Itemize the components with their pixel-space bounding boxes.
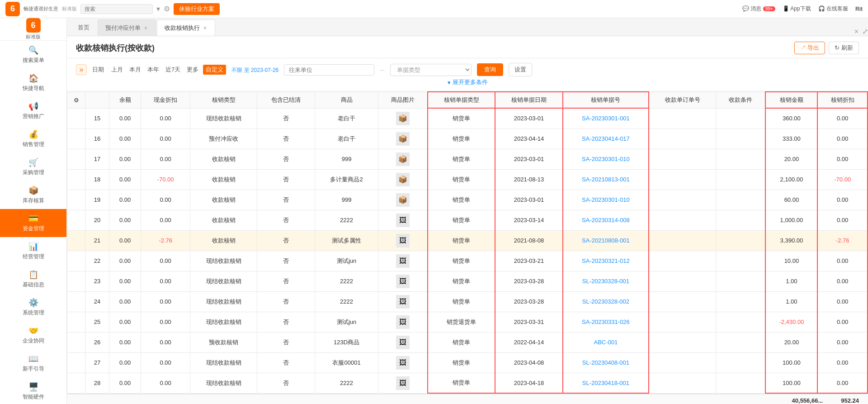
row-seq: 26 xyxy=(85,332,109,352)
doc-no-link[interactable]: SL-20230418-001 xyxy=(582,380,629,386)
query-button[interactable]: 查询 xyxy=(477,63,503,76)
row-doc-no[interactable]: ABC-001 xyxy=(563,332,649,352)
sidebar-item-search[interactable]: 🔍 搜索菜单 xyxy=(0,41,66,69)
doc-no-link[interactable]: SL-20230408-001 xyxy=(582,359,629,366)
messages-link[interactable]: 💬 消息 99+ xyxy=(742,5,775,13)
sidebar-item-system[interactable]: ⚙️ 系统管理 xyxy=(0,293,66,321)
tab-home[interactable]: 首页 xyxy=(71,19,97,36)
sidebar-item-purchase[interactable]: 🛒 采购管理 xyxy=(0,153,66,181)
row-doc-no[interactable]: SA-20230314-008 xyxy=(563,210,649,230)
doc-no-link[interactable]: ABC-001 xyxy=(594,339,618,346)
doc-no-link[interactable]: SL-20230328-001 xyxy=(582,278,629,285)
row-write-off-type: 现结收款核销 xyxy=(190,373,257,393)
row-receipt-condition xyxy=(716,230,766,251)
row-write-off-amount: 333.00 xyxy=(765,128,817,149)
doc-type-select[interactable]: 单据类型 xyxy=(390,64,472,76)
row-gear xyxy=(67,210,85,230)
footer-amount-total: 40,556,66... xyxy=(792,397,823,404)
export-button[interactable]: ↗ 导出 xyxy=(794,42,826,54)
row-doc-no[interactable]: SL-20230408-001 xyxy=(563,352,649,373)
setting-button[interactable]: 设置 xyxy=(509,63,532,76)
row-doc-type: 销货退货单 xyxy=(428,312,495,332)
row-doc-no[interactable]: SA-20230321-012 xyxy=(563,251,649,271)
table-row: 26 0.00 0.00 预收款核销 否 123D商品 🖼 销货单 2022-0… xyxy=(67,332,868,352)
basic-icon: 📋 xyxy=(28,270,38,280)
row-cash-discount: 0.00 xyxy=(141,352,190,373)
row-cash-discount: 0.00 xyxy=(141,373,190,393)
row-include-settled: 否 xyxy=(257,169,315,190)
doc-no-link[interactable]: SA-20230301-010 xyxy=(582,156,630,162)
dropdown-icon[interactable]: ▾ xyxy=(156,5,160,13)
doc-no-link[interactable]: SA-20230314-008 xyxy=(582,217,630,223)
partner-input[interactable] xyxy=(284,64,374,76)
table-row: 21 0.00 -2.76 收款核销 否 测试多属性 🖼 销货单 2021-08… xyxy=(67,230,868,251)
sidebar-item-hardware[interactable]: 🖥️ 智能硬件 xyxy=(0,377,66,404)
date-last-month[interactable]: 上月 xyxy=(109,65,125,75)
row-doc-no[interactable]: SL-20230418-001 xyxy=(563,373,649,393)
sidebar-item-marketing[interactable]: 📢 营销推广 xyxy=(0,97,66,125)
row-goods: 测试jun xyxy=(315,251,378,271)
date-this-year[interactable]: 本年 xyxy=(146,65,161,75)
row-goods: 老白干 xyxy=(315,108,378,128)
date-custom[interactable]: 自定义 xyxy=(203,65,226,75)
tab-receipt-close[interactable]: × xyxy=(203,25,208,31)
table-row: 23 0.00 0.00 现结收款核销 否 2222 🖼 销货单 2023-03… xyxy=(67,271,868,291)
expand-more-button[interactable]: ▾ 展开更多条件 xyxy=(76,78,859,86)
goods-img-cell: 📦 xyxy=(378,108,428,128)
inventory-icon: 📦 xyxy=(28,185,38,195)
goods-img-cell: 🖼 xyxy=(378,352,428,373)
sidebar-item-sales[interactable]: 💰 销售管理 xyxy=(0,125,66,153)
tab-prepay[interactable]: 预付冲应付单 × xyxy=(98,19,156,36)
sidebar-item-basic[interactable]: 📋 基础信息 xyxy=(0,265,66,293)
sidebar-item-collab[interactable]: 🤝 企业协同 xyxy=(0,321,66,349)
sidebar-label-purchase: 采购管理 xyxy=(23,169,44,176)
doc-no-link[interactable]: SA-20230301-001 xyxy=(582,115,630,122)
row-doc-no[interactable]: SA-20230301-010 xyxy=(563,149,649,169)
tab-receipt[interactable]: 收款核销执行 × xyxy=(157,19,215,36)
settings-icon[interactable]: ⚙ xyxy=(164,5,170,13)
tab-bar: 首页 预付冲应付单 × 收款核销执行 × × ⤢ xyxy=(67,18,868,36)
sidebar-item-operations[interactable]: 📊 经营管理 xyxy=(0,237,66,265)
row-doc-type: 销货单 xyxy=(428,352,495,373)
sidebar-item-inventory[interactable]: 📦 库存核算 xyxy=(0,181,66,209)
row-doc-no[interactable]: SL-20230328-001 xyxy=(563,271,649,291)
row-balance: 0.00 xyxy=(109,169,141,190)
doc-no-link[interactable]: SA-20230321-012 xyxy=(582,257,630,264)
filter-collapse-button[interactable]: » xyxy=(76,64,87,75)
row-gear xyxy=(67,230,85,251)
row-doc-no[interactable]: SL-20230328-002 xyxy=(563,291,649,312)
online-service-link[interactable]: 🎧 在线客服 xyxy=(818,5,848,13)
row-write-off-discount: 0.00 xyxy=(817,210,868,230)
row-include-settled: 否 xyxy=(257,128,315,149)
doc-no-link[interactable]: SA-20230331-026 xyxy=(582,318,630,325)
sidebar-label-operations: 经营管理 xyxy=(23,253,44,261)
doc-no-link[interactable]: SA-20210808-001 xyxy=(582,237,630,244)
date-last-7days[interactable]: 近7天 xyxy=(164,65,182,75)
doc-no-link[interactable]: SA-20210813-001 xyxy=(582,176,630,183)
row-doc-no[interactable]: SA-20230331-026 xyxy=(563,312,649,332)
sidebar-item-shortcut[interactable]: 🏠 快捷导航 xyxy=(0,69,66,97)
app-download-link[interactable]: 📱 App下载 xyxy=(783,5,811,13)
close-window-icon[interactable]: × xyxy=(854,28,859,36)
row-doc-no[interactable]: SA-20210813-001 xyxy=(563,169,649,190)
doc-no-link[interactable]: SA-20230414-017 xyxy=(582,135,630,142)
tab-prepay-close[interactable]: × xyxy=(143,25,148,31)
maximize-window-icon[interactable]: ⤢ xyxy=(862,27,868,36)
sidebar-item-guide[interactable]: 📖 新手引导 xyxy=(0,349,66,377)
refresh-button[interactable]: ↻ 刷新 xyxy=(829,42,859,54)
th-include-settled: 包含已结清 xyxy=(257,92,315,108)
industry-solution-button[interactable]: 休验行业方案 xyxy=(174,3,220,15)
sidebar-item-finance[interactable]: 💳 资金管理 xyxy=(0,209,66,237)
top-search-input[interactable] xyxy=(80,4,153,14)
th-gear[interactable]: ⚙ xyxy=(67,92,85,108)
doc-no-link[interactable]: SA-20230301-010 xyxy=(582,196,630,203)
row-doc-type: 销货单 xyxy=(428,149,495,169)
date-this-month[interactable]: 本月 xyxy=(127,65,143,75)
row-doc-no[interactable]: SA-20230301-010 xyxy=(563,190,649,210)
row-doc-no[interactable]: SA-20230301-001 xyxy=(563,108,649,128)
user-name[interactable]: Rit xyxy=(855,6,863,12)
row-doc-no[interactable]: SA-20210808-001 xyxy=(563,230,649,251)
date-more[interactable]: 更多 xyxy=(185,65,200,75)
row-doc-no[interactable]: SA-20230414-017 xyxy=(563,128,649,149)
doc-no-link[interactable]: SL-20230328-002 xyxy=(582,298,629,305)
